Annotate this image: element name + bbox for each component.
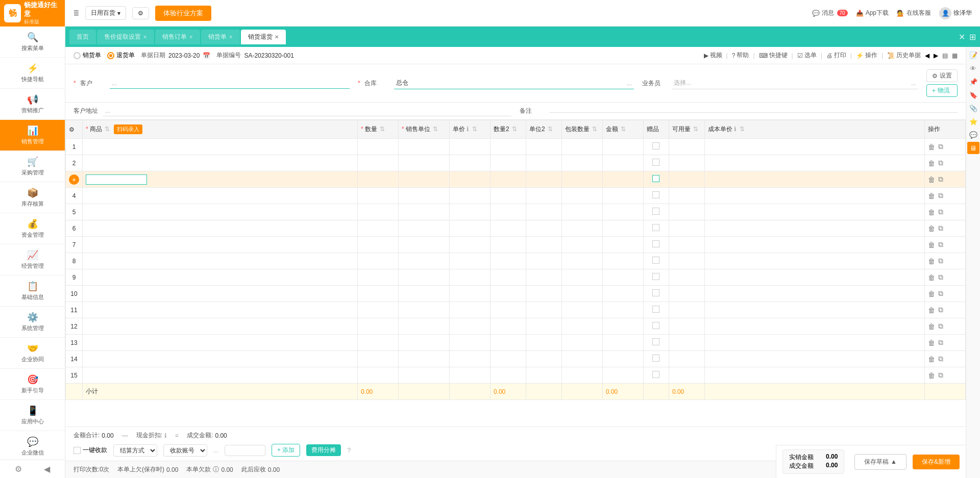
gift-checkbox[interactable] [652,159,659,166]
payment-cb[interactable] [74,447,81,454]
gift-cell[interactable] [643,139,669,155]
settlement-select[interactable]: 结算方式 [113,444,157,457]
print-btn[interactable]: 🖨 打印 [826,51,846,60]
tab-expand-icon[interactable]: ⊞ [969,32,976,42]
cost-price-cell[interactable] [704,171,924,188]
account-select[interactable]: 收款账号 [163,444,207,457]
sidebar-item-marketing[interactable]: 📢 营销推广 [0,89,65,120]
copy-icon[interactable]: ⧉ [938,355,943,363]
pack-qty-cell[interactable] [561,171,602,188]
sidebar-item-system[interactable]: ⚙️ 系统管理 [0,307,65,338]
save-new-button[interactable]: 保存&新增 [913,455,960,469]
copy-icon[interactable]: ⧉ [938,208,943,216]
settings-bottom-icon[interactable]: ⚙ [15,464,22,474]
right-icon-2[interactable]: 👁 [967,62,979,74]
delete-icon[interactable]: 🗑 [928,306,935,314]
delete-icon[interactable]: 🗑 [928,241,935,249]
amount-input[interactable] [225,445,265,456]
select-btn[interactable]: ☑ 选单 [797,51,817,60]
available-cell[interactable] [669,155,704,171]
right-icon-6[interactable]: ⭐ [967,115,979,128]
sidebar-item-newbie[interactable]: 🎯 新手引导 [0,369,65,400]
one-click-payment-checkbox[interactable]: 一键收款 [74,446,107,455]
amount-cell[interactable] [602,171,643,188]
delete-icon[interactable]: 🗑 [928,371,935,380]
product-input[interactable] [86,174,147,185]
copy-icon[interactable]: ⧉ [938,142,943,151]
video-btn[interactable]: ▶ 视频 [704,51,722,60]
th-gear[interactable]: ⚙ [66,120,83,139]
fee-help-icon[interactable]: ? [347,447,351,454]
gift-cell[interactable] [643,171,669,188]
history-btn[interactable]: 📜 历史单据 [887,51,921,60]
message-button[interactable]: 💬 消息 70 [812,9,848,17]
cash-discount-info-icon[interactable]: ℹ [164,432,167,439]
settings-button[interactable]: ⚙ 设置 [926,69,958,82]
tab-sales-return[interactable]: 销货退货 ✕ [241,30,286,44]
unit-price-cell[interactable] [449,171,490,188]
calendar-icon[interactable]: 📅 [203,52,210,59]
delete-icon[interactable]: 🗑 [928,175,935,184]
unit-price-cell[interactable] [449,155,490,171]
delete-icon[interactable]: 🗑 [928,322,935,331]
pack-qty-cell[interactable] [561,139,602,155]
delete-icon[interactable]: 🗑 [928,339,935,347]
fee-button[interactable]: 费用分摊 [306,444,341,456]
search-menu-button[interactable]: ☰ [74,10,79,17]
copy-icon[interactable]: ⧉ [938,371,943,380]
try-button[interactable]: 体验行业方案 [155,6,211,21]
copy-icon[interactable]: ⧉ [938,191,943,200]
right-icon-5[interactable]: 📎 [967,102,979,114]
warehouse-input[interactable]: 总仓 ... [394,77,634,89]
quantity2-cell[interactable] [490,139,526,155]
radio-return[interactable]: 退货单 [107,51,135,60]
amount-cell[interactable] [602,155,643,171]
copy-icon[interactable]: ⧉ [938,257,943,265]
prev-history-icon[interactable]: ◀ [925,52,929,59]
copy-icon[interactable]: ⧉ [938,159,943,167]
tab-home[interactable]: 首页 [69,30,96,44]
copy-icon[interactable]: ⧉ [938,224,943,233]
help-btn[interactable]: ? 帮助 [732,51,749,60]
unit-price-info-icon[interactable]: ℹ [467,125,469,133]
unit2-cell[interactable] [526,155,561,171]
add-button[interactable]: + 添加 [272,444,300,457]
tab-delivery-close-icon[interactable]: ✕ [229,34,233,40]
delete-icon[interactable]: 🗑 [928,290,935,298]
credit-circle-icon[interactable]: ⓘ [213,465,219,474]
tab-price-close-icon[interactable]: ✕ [143,34,147,40]
quantity-cell[interactable] [357,171,398,188]
sidebar-item-inventory[interactable]: 📦 库存核算 [0,182,65,213]
delete-icon[interactable]: 🗑 [928,257,935,265]
right-icon-8[interactable]: 🖥 [967,142,979,154]
quantity2-cell[interactable] [490,171,526,188]
gift-checkbox[interactable] [652,142,659,149]
copy-icon[interactable]: ⧉ [938,240,943,249]
logistics-button[interactable]: + 物流 [926,84,958,97]
unit-price-cell[interactable] [449,139,490,155]
delete-icon[interactable]: 🗑 [928,159,935,167]
sidebar-item-basic[interactable]: 📋 基础信息 [0,275,65,307]
sidebar-item-shortcut[interactable]: ⚡ 快捷导航 [0,58,65,89]
sidebar-item-wechat[interactable]: 💬 企业微信 [0,431,65,460]
save-draft-button[interactable]: 保存草稿 ▲ [854,454,906,470]
remarks-input[interactable] [549,109,958,113]
cost-price-cell[interactable] [704,155,924,171]
right-icon-4[interactable]: 🔖 [967,89,979,101]
delete-icon[interactable]: 🗑 [928,355,935,363]
product-cell[interactable] [83,139,358,155]
delete-icon[interactable]: 🗑 [928,224,935,233]
cost-price-cell[interactable] [704,139,924,155]
product-cell[interactable] [83,155,358,171]
cost-price-info-icon[interactable]: ℹ [734,125,737,133]
gift-checkbox[interactable] [652,175,659,182]
shortcut-btn[interactable]: ⌨ 快捷键 [759,51,788,60]
user-info[interactable]: 👤 徐泽华 [939,7,972,19]
tab-sales-order[interactable]: 销售订单 ✕ [155,30,200,44]
sales-unit-cell[interactable] [398,139,449,155]
sales-unit-cell[interactable] [398,155,449,171]
unit2-cell[interactable] [526,171,561,188]
available-cell[interactable] [669,171,704,188]
sidebar-item-enterprise[interactable]: 🤝 企业协同 [0,338,65,369]
copy-icon[interactable]: ⧉ [938,175,943,184]
